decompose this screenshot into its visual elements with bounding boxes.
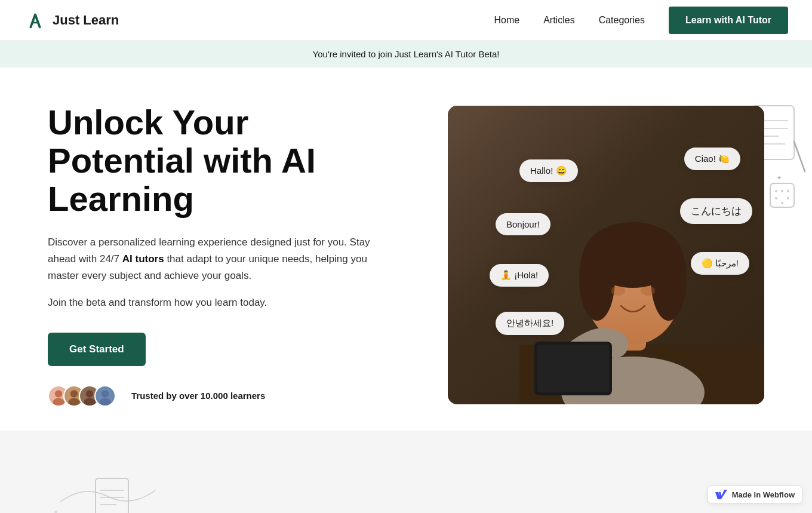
bubble-bonjour: Bonjour! (496, 213, 550, 235)
trust-row: Trusted by over 10.000 learners (48, 385, 382, 407)
avatar-4 (94, 385, 116, 407)
logo-icon (24, 9, 47, 32)
svg-point-1 (53, 398, 64, 405)
webflow-logo-icon (715, 490, 727, 499)
avatars-group (48, 385, 116, 407)
svg-point-0 (55, 390, 62, 397)
svg-point-5 (84, 398, 96, 405)
bottom-teaser: ● ● (0, 431, 812, 513)
svg-rect-17 (770, 183, 794, 207)
webflow-badge[interactable]: Made in Webflow (708, 486, 802, 503)
bubble-ciao: Ciao! 🍋 (684, 148, 740, 170)
hero-desc-bold: AI tutors (122, 253, 164, 265)
svg-rect-37 (96, 478, 128, 513)
svg-text:●: ● (54, 508, 58, 513)
webflow-badge-text: Made in Webflow (732, 490, 795, 499)
svg-point-22 (787, 197, 789, 199)
bubble-hallo: Hallo! 😀 (519, 159, 578, 182)
get-started-button[interactable]: Get Started (48, 333, 146, 366)
svg-point-4 (86, 390, 93, 397)
navbar: Just Learn Home Articles Categories Lear… (0, 0, 812, 41)
bubble-arabic: 🟡 مرحبًا! (691, 252, 749, 275)
hero-subtitle: Join the beta and transform how you lear… (48, 294, 382, 311)
nav-home[interactable]: Home (494, 15, 519, 26)
trust-text: Trusted by over 10.000 learners (131, 391, 265, 401)
svg-point-33 (611, 286, 625, 296)
deco-bottom-left: ● ● (48, 466, 203, 513)
svg-point-19 (781, 190, 783, 192)
svg-point-31 (579, 237, 615, 321)
logo-link[interactable]: Just Learn (24, 9, 119, 32)
svg-point-6 (102, 390, 109, 397)
banner-text: You're invited to join Just Learn's AI T… (313, 49, 500, 59)
nav-articles[interactable]: Articles (543, 15, 574, 26)
svg-point-23 (781, 202, 783, 204)
svg-point-21 (775, 197, 777, 199)
hero-title: Unlock Your Potential with AI Learning (48, 103, 382, 217)
bubble-konnichiwa: こんにちは (680, 198, 752, 224)
svg-point-34 (641, 286, 655, 296)
nav-links: Home Articles Categories Learn with AI T… (494, 7, 788, 34)
hero-description: Discover a personalized learning experie… (48, 234, 382, 284)
hero-image: Hallo! 😀 Ciao! 🍋 Bonjour! こんにちは 🧘 ¡Hola!… (448, 106, 764, 404)
announcement-banner: You're invited to join Just Learn's AI T… (0, 41, 812, 67)
svg-line-13 (794, 142, 805, 171)
svg-rect-36 (537, 345, 609, 392)
svg-text:✦: ✦ (776, 174, 782, 182)
svg-point-7 (99, 398, 111, 405)
logo-text: Just Learn (53, 13, 119, 28)
nav-cta-button[interactable]: Learn with AI Tutor (669, 7, 788, 34)
hero-left: Unlock Your Potential with AI Learning D… (48, 103, 382, 407)
svg-point-32 (651, 237, 687, 321)
svg-point-20 (787, 190, 789, 192)
svg-point-3 (68, 398, 80, 405)
hero-right: ✦ ✦ ✦ (448, 106, 764, 404)
hero-section: Unlock Your Potential with AI Learning D… (0, 67, 812, 431)
svg-point-2 (70, 390, 78, 397)
svg-point-18 (775, 190, 777, 192)
nav-categories[interactable]: Categories (599, 15, 645, 26)
bubble-hola: 🧘 ¡Hola! (490, 264, 549, 287)
bubble-korean: 안녕하세요! (496, 312, 564, 335)
